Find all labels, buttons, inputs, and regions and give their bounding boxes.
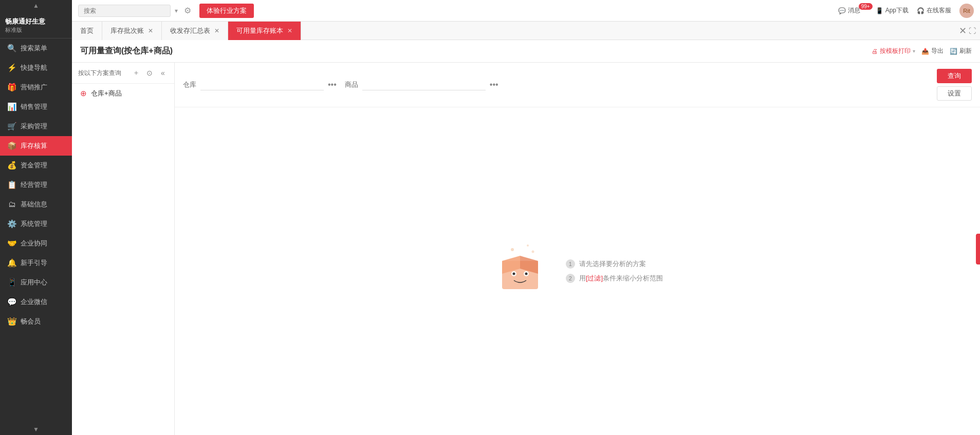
print-chevron-icon[interactable]: ▾: [913, 48, 915, 54]
warehouse-filter-more-icon[interactable]: •••: [328, 80, 337, 89]
sidebar-scroll-down[interactable]: ▼: [0, 424, 72, 435]
sidebar-item-label: 营销推广: [21, 83, 47, 92]
tab-home[interactable]: 首页: [72, 22, 102, 40]
scroll-up-icon[interactable]: ▲: [33, 2, 39, 9]
sidebar-item-purchase[interactable]: 🛒 采购管理: [0, 117, 72, 136]
operation-icon: 📋: [7, 180, 16, 190]
step-1-label: 请先选择要分析的方案: [579, 259, 646, 269]
msg-label: 消息: [848, 6, 860, 15]
gear-icon[interactable]: ⚙: [184, 6, 191, 15]
sidebar-item-app[interactable]: 📱 应用中心: [0, 273, 72, 292]
sidebar-item-guide[interactable]: 🔔 新手引导: [0, 253, 72, 273]
sidebar-item-label: 快捷导航: [21, 63, 47, 72]
scheme-settings-icon[interactable]: ⊙: [144, 68, 155, 78]
print-label: 按模板打印: [880, 47, 911, 55]
export-icon: 📤: [921, 48, 929, 55]
step-2-label: 用[过滤]条件来缩小分析范围: [579, 274, 663, 283]
collapse-panel-icon[interactable]: «: [158, 68, 168, 78]
sidebar-item-wechat[interactable]: 💬 企业微信: [0, 292, 72, 312]
scroll-down-icon[interactable]: ▼: [33, 426, 39, 433]
sidebar-item-finance[interactable]: 💰 资金管理: [0, 156, 72, 175]
refresh-button[interactable]: 🔄 刷新: [950, 47, 972, 55]
filter-row: 仓库 ••• 商品 ••• 查询 设置: [175, 63, 980, 107]
sidebar-item-shortcut[interactable]: ⚡ 快捷导航: [0, 58, 72, 78]
tab-receive-label: 收发存汇总表: [170, 26, 210, 35]
tab-available-label: 可用量库存账本: [236, 26, 283, 35]
expand-icon[interactable]: ⛶: [969, 27, 976, 35]
warehouse-filter-group: 仓库 •••: [183, 79, 337, 90]
tab-batch[interactable]: 库存批次账 ✕: [102, 22, 162, 40]
guide-icon: 🔔: [7, 258, 16, 268]
topbar: ▾ ⚙ 体验行业方案 💬 消息 99+ 📱 App下载 🎧 在线客服 Rit: [72, 0, 980, 22]
topbar-right: 💬 消息 99+ 📱 App下载 🎧 在线客服 Rit: [838, 4, 974, 18]
main-content: ▾ ⚙ 体验行业方案 💬 消息 99+ 📱 App下载 🎧 在线客服 Rit: [72, 0, 980, 435]
wechat-icon: 💬: [7, 297, 16, 307]
sidebar-item-label: 采购管理: [21, 122, 47, 131]
enterprise-icon: 🤝: [7, 239, 16, 248]
warehouse-filter-input[interactable]: [200, 79, 324, 90]
user-menu[interactable]: Rit: [959, 4, 974, 18]
scheme-item-warehouse-product[interactable]: ⊕ 仓库+商品: [72, 84, 174, 103]
add-scheme-button[interactable]: ＋: [131, 68, 141, 78]
sidebar-item-member[interactable]: 👑 畅会员: [0, 312, 72, 331]
empty-illustration: [492, 240, 553, 302]
sidebar-item-basic[interactable]: 🗂 基础信息: [0, 195, 72, 214]
product-filter-more-icon[interactable]: •••: [490, 80, 498, 89]
sidebar-item-inventory[interactable]: 📦 库存核算: [0, 136, 72, 156]
right-scrollbar[interactable]: [976, 234, 980, 264]
export-button[interactable]: 📤 导出: [921, 47, 944, 55]
sidebar-item-label: 企业微信: [21, 297, 47, 307]
tab-available-close-icon[interactable]: ✕: [287, 27, 292, 34]
sidebar-scroll-up[interactable]: ▲: [0, 0, 72, 11]
tab-receive[interactable]: 收发存汇总表 ✕: [162, 22, 228, 40]
app-download-btn[interactable]: 📱 App下载: [876, 6, 909, 15]
sidebar-item-sales[interactable]: 📊 销售管理: [0, 97, 72, 117]
sidebar-item-search[interactable]: 🔍 搜索菜单: [0, 39, 72, 58]
sidebar-item-label: 畅会员: [21, 317, 41, 326]
product-filter-input[interactable]: [362, 79, 486, 90]
query-button[interactable]: 查询: [937, 69, 972, 83]
service-btn[interactable]: 🎧 在线客服: [917, 6, 951, 15]
sidebar-item-label: 系统管理: [21, 219, 47, 229]
app-icon: 📱: [876, 7, 883, 14]
msg-btn[interactable]: 💬 消息 99+: [838, 6, 867, 15]
filter-highlight: [过滤]: [586, 274, 603, 282]
close-all-tabs-button[interactable]: ✕: [959, 25, 967, 36]
tab-available[interactable]: 可用量库存账本 ✕: [228, 22, 301, 40]
tab-receive-close-icon[interactable]: ✕: [214, 27, 219, 34]
service-icon: 🎧: [917, 7, 924, 14]
tab-batch-close-icon[interactable]: ✕: [148, 27, 153, 34]
sidebar-item-marketing[interactable]: 🎁 营销推广: [0, 78, 72, 97]
print-icon: 🖨: [872, 48, 878, 55]
tabs-bar: 首页 库存批次账 ✕ 收发存汇总表 ✕ 可用量库存账本 ✕ ✕ ⛶: [72, 22, 980, 40]
shortcut-icon: ⚡: [7, 63, 16, 72]
warehouse-filter-label: 仓库: [183, 80, 196, 89]
empty-step-1: 1 请先选择要分析的方案: [566, 259, 663, 269]
avatar: Rit: [959, 4, 974, 18]
search-icon: 🔍: [7, 44, 16, 53]
tabs-actions: ✕ ⛶: [959, 25, 980, 36]
tab-home-label: 首页: [80, 26, 94, 35]
sidebar-item-label: 库存核算: [21, 141, 47, 150]
app-subtitle: 标准版: [5, 26, 67, 34]
product-filter-label: 商品: [345, 80, 358, 89]
app-title: 畅康通好生意: [5, 17, 67, 26]
topbar-search-input[interactable]: [78, 5, 171, 17]
app-center-icon: 📱: [7, 278, 16, 287]
industry-btn[interactable]: 体验行业方案: [199, 4, 254, 18]
purchase-icon: 🛒: [7, 122, 16, 131]
scheme-item-label: 仓库+商品: [91, 89, 122, 98]
sidebar-item-operation[interactable]: 📋 经营管理: [0, 175, 72, 195]
print-button[interactable]: 🖨 按模板打印 ▾: [872, 47, 915, 55]
setting-button[interactable]: 设置: [937, 86, 972, 101]
msg-icon: 💬: [838, 7, 846, 14]
chevron-down-icon[interactable]: ▾: [175, 7, 178, 14]
sidebar-item-system[interactable]: ⚙️ 系统管理: [0, 214, 72, 234]
sidebar: ▲ 畅康通好生意 标准版 🔍 搜索菜单 ⚡ 快捷导航 🎁 营销推广 📊 销售管理…: [0, 0, 72, 435]
member-icon: 👑: [7, 317, 16, 326]
sidebar-item-enterprise[interactable]: 🤝 企业协同: [0, 234, 72, 253]
empty-step-2: 2 用[过滤]条件来缩小分析范围: [566, 274, 663, 283]
sidebar-item-label: 搜索菜单: [21, 44, 47, 53]
content-area: 按以下方案查询 ＋ ⊙ « ⊕ 仓库+商品 仓库 •••: [72, 63, 980, 435]
left-panel-title: 按以下方案查询: [78, 69, 121, 78]
